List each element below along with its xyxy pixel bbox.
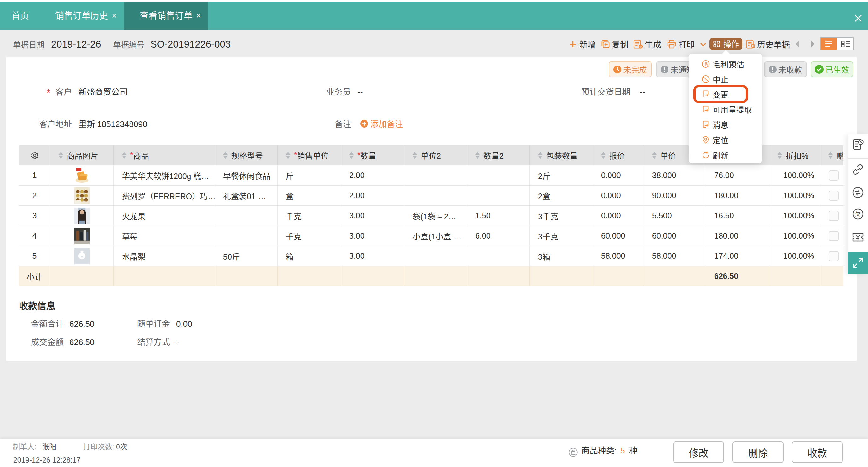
svg-text:毛: 毛	[704, 62, 708, 66]
svg-text:欠: 欠	[855, 211, 861, 217]
